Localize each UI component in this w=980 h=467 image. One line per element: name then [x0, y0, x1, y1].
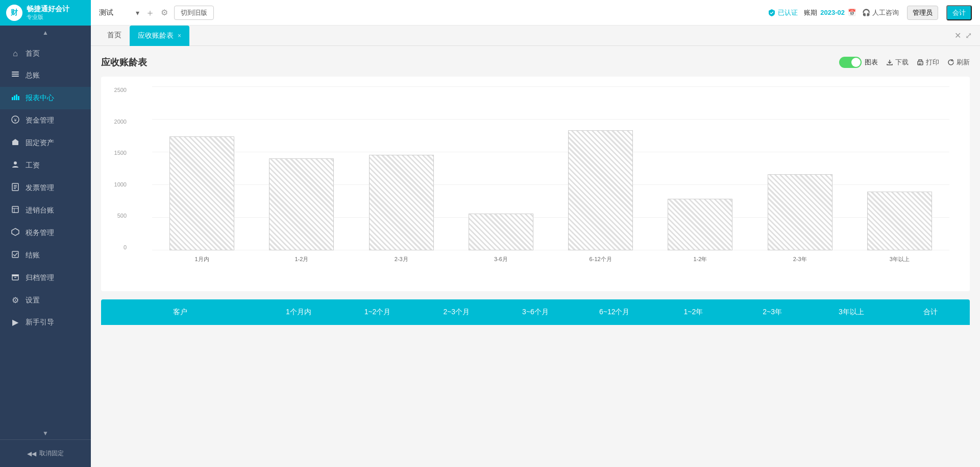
col-6-12month: 6~12个月 [575, 299, 654, 325]
expand-btn[interactable]: ⤢ [965, 31, 972, 40]
sidebar-item-sales[interactable]: 进销台账 [0, 199, 91, 222]
customer-service-btn[interactable]: 🎧 人工咨询 [862, 8, 899, 17]
sales-icon [10, 205, 20, 216]
sidebar-item-guide[interactable]: ▶ 新手引导 [0, 311, 91, 333]
bar-6 [768, 174, 832, 250]
sidebar-item-ledger[interactable]: 总账 [0, 64, 91, 87]
bar-5 [668, 199, 732, 250]
chart-toggle[interactable] [839, 57, 862, 68]
tab-close-btn[interactable]: × [178, 32, 181, 39]
download-icon [886, 59, 893, 66]
print-btn[interactable]: 打印 [917, 58, 939, 67]
sidebar-item-closing[interactable]: 结账 [0, 244, 91, 267]
sidebar-bottom: ◀◀ 取消固定 [0, 439, 91, 467]
project-dropdown[interactable]: ▾ [136, 9, 139, 17]
bar-group-7: 3年以上 [850, 87, 949, 250]
sidebar-item-home[interactable]: ⌂ 首页 [0, 43, 91, 64]
y-label-1000: 1000 [111, 181, 127, 188]
page-header: 应收账龄表 图表 下载 打印 [101, 56, 970, 68]
bar-1 [269, 158, 334, 250]
toggle-thumb [851, 58, 861, 67]
shield-icon [768, 9, 776, 17]
close-window-btn[interactable]: ✕ [954, 31, 961, 40]
accounting-period: 账期 2023-02 📅 [804, 8, 856, 17]
svg-rect-24 [919, 64, 921, 64]
y-label-500: 500 [111, 213, 127, 219]
bar-group-4: 6-12个月 [551, 87, 650, 250]
role-btn[interactable]: 会计 [946, 5, 972, 20]
archive-icon [10, 273, 20, 283]
cancel-fixed-btn[interactable]: ◀◀ 取消固定 [0, 445, 91, 462]
logo-text: 畅捷通好会计 专业版 [27, 5, 69, 21]
payroll-icon [10, 160, 20, 171]
logo-icon: 财 [6, 5, 22, 21]
manager-btn[interactable]: 管理员 [907, 6, 938, 20]
refresh-btn[interactable]: 刷新 [947, 58, 970, 67]
svg-text:¥: ¥ [13, 118, 17, 123]
sidebar-item-assets[interactable]: 固定资产 [0, 132, 91, 154]
bar-group-0: 1月内 [152, 87, 252, 250]
sidebar-item-payroll[interactable]: 工资 [0, 154, 91, 177]
svg-rect-18 [12, 251, 18, 258]
assets-icon [10, 138, 20, 148]
table-header: 客户 1个月内 1~2个月 2~3个月 3~6个月 6~12个月 1~2年 2~… [101, 299, 970, 325]
download-btn[interactable]: 下载 [886, 58, 909, 67]
sidebar: 财 畅捷通好会计 专业版 ▲ ⌂ 首页 总账 报表中心 ¥ [0, 0, 91, 467]
y-label-2000: 2000 [111, 119, 127, 125]
col-3year-plus: 3年以上 [812, 299, 891, 325]
svg-rect-4 [14, 96, 15, 100]
svg-rect-15 [12, 206, 18, 213]
bar-label-1: 1-2月 [295, 255, 308, 263]
bar-label-7: 3年以上 [890, 255, 910, 263]
certified-badge: 已认证 [768, 8, 798, 17]
sidebar-logo[interactable]: 财 畅捷通好会计 专业版 [0, 0, 91, 26]
funds-icon: ¥ [10, 115, 20, 126]
y-label-0: 0 [111, 244, 127, 250]
tabbar: 首页 应收账龄表 × ✕ ⤢ [91, 26, 980, 46]
tab-home[interactable]: 首页 [99, 26, 130, 46]
col-1month: 1个月内 [259, 299, 338, 325]
ledger-icon [10, 71, 20, 81]
col-2-3year: 2~3年 [733, 299, 812, 325]
bar-group-3: 3-6月 [451, 87, 551, 250]
chart-toggle-label: 图表 [865, 58, 878, 67]
page-actions: 图表 下载 打印 刷新 [839, 57, 970, 68]
sidebar-scroll-up[interactable]: ▲ [40, 27, 51, 38]
sidebar-item-invoice[interactable]: 发票管理 [0, 177, 91, 199]
svg-rect-5 [16, 95, 17, 100]
bar-2 [369, 155, 434, 250]
refresh-icon [947, 59, 954, 66]
print-icon [917, 59, 924, 66]
content-area: 应收账龄表 图表 下载 打印 [91, 46, 980, 467]
settings-icon: ⚙ [10, 295, 20, 305]
svg-rect-9 [12, 142, 18, 145]
main-area: 测试 ▾ ＋ ⚙ 切到旧版 已认证 账期 2023-02 📅 🎧 人工咨询 管理… [91, 0, 980, 467]
col-customer: 客户 [101, 299, 259, 325]
svg-rect-2 [12, 76, 19, 77]
col-2-3month: 2~3个月 [417, 299, 496, 325]
project-name: 测试 [99, 8, 130, 17]
bar-label-6: 2-3年 [793, 255, 807, 263]
sidebar-scroll-down[interactable]: ▼ [40, 428, 51, 439]
settings-btn[interactable]: ⚙ [161, 8, 168, 17]
bar-4 [568, 130, 633, 250]
sidebar-item-archive[interactable]: 归档管理 [0, 267, 91, 289]
sidebar-item-funds[interactable]: ¥ 资金管理 [0, 109, 91, 132]
bar-3 [469, 214, 533, 250]
sidebar-item-reports[interactable]: 报表中心 [0, 87, 91, 109]
chart-plot-area: 1月内1-2月2-3月3-6月6-12个月1-2年2-3年3年以上 [152, 87, 949, 250]
chart-container: 0 500 1000 1500 2000 2500 1月内1-2月2-3月3-6… [101, 77, 970, 291]
sidebar-item-tax[interactable]: 税务管理 [0, 222, 91, 244]
svg-point-10 [14, 161, 17, 165]
topbar: 测试 ▾ ＋ ⚙ 切到旧版 已认证 账期 2023-02 📅 🎧 人工咨询 管理… [91, 0, 980, 26]
pin-icon: ◀◀ [27, 450, 36, 457]
add-project-btn[interactable]: ＋ [145, 7, 155, 19]
calendar-icon[interactable]: 📅 [848, 9, 856, 16]
switch-old-version-btn[interactable]: 切到旧版 [174, 6, 214, 20]
y-label-2500: 2500 [111, 87, 127, 93]
sidebar-item-settings[interactable]: ⚙ 设置 [0, 289, 91, 311]
svg-rect-1 [12, 74, 19, 75]
tab-aging-report[interactable]: 应收账龄表 × [130, 26, 189, 46]
bar-label-3: 3-6月 [494, 255, 508, 263]
guide-icon: ▶ [10, 317, 20, 327]
